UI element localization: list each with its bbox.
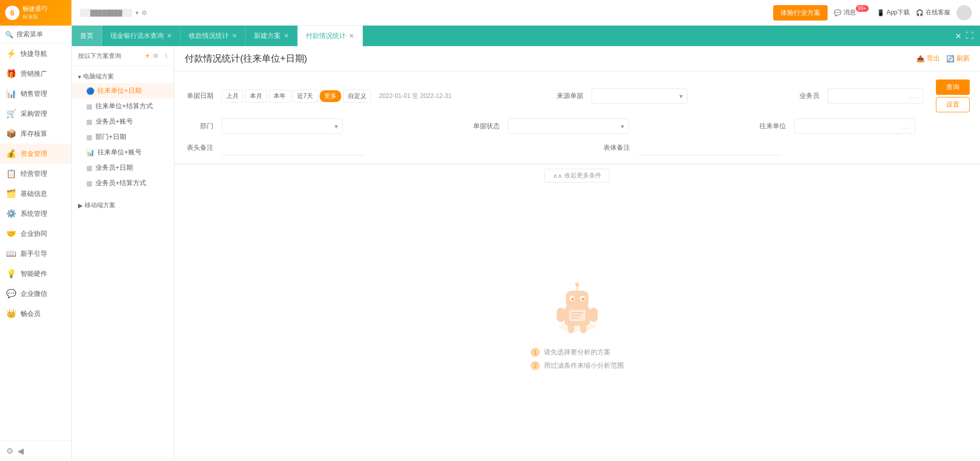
settings-topbar-icon[interactable]: ⚙ [142,9,147,16]
last-month-btn[interactable]: 上月 [222,90,243,103]
current-month-btn[interactable]: 本月 [245,90,267,103]
tab-receipt-stats-close[interactable]: ✕ [232,32,237,39]
add-scheme-btn[interactable]: + [145,51,150,61]
quick-nav-label: 快捷导航 [21,49,47,58]
operation-icon: 📋 [6,169,16,178]
dept-select[interactable]: ▾ [222,118,343,134]
body-note-input[interactable] [638,140,782,155]
voucher-status-select[interactable]: ▾ [508,118,629,134]
partner-account-label: 往来单位+账号 [97,148,142,157]
search-menu[interactable]: 🔍 搜索菜单 [0,26,71,44]
staff-dots[interactable]: ... [909,91,919,101]
date-range-text: 2022-01-01 至 2022-12-31 [379,92,452,101]
sidebar-item-enterprise[interactable]: 🤝 企业协同 [0,224,71,244]
tab-bank-flow-close[interactable]: ✕ [167,32,172,39]
logo-icon: 6 [5,6,19,20]
tab-payment-stats-close[interactable]: ✕ [349,32,354,39]
tab-bank-flow[interactable]: 现金银行流水查询 ✕ [102,26,181,46]
dept-date-label: 部门+日期 [95,132,126,142]
app-download-btn[interactable]: 📱 App下载 [877,8,910,17]
page-title: 付款情况统计(往来单位+日期) [185,52,307,65]
tip-1-text: 请先选择要分析的方案 [544,348,611,357]
desktop-group-label: 电脑端方案 [83,72,114,81]
avatar[interactable] [956,5,972,21]
current-year-btn[interactable]: 本年 [269,90,290,103]
export-btn[interactable]: 📤 导出 [916,54,940,63]
collapse-sidebar-icon[interactable]: ◀ [17,446,24,456]
svg-point-8 [575,283,579,287]
sidebar-item-inventory[interactable]: 📦 库存核算 [0,124,71,144]
sidebar-item-wechat[interactable]: 💬 企业微信 [0,284,71,304]
sidebar-item-sales[interactable]: 📊 销售管理 [0,84,71,104]
sidebar-item-guide[interactable]: 📖 新手引导 [0,244,71,264]
custom-date-btn[interactable]: 自定义 [343,90,371,103]
sidebar-item-hardware[interactable]: 💡 智能硬件 [0,264,71,284]
tab-expand-icon[interactable]: ⛶ [966,31,974,41]
basic-icon: 🗂️ [6,189,16,198]
desktop-group-title[interactable]: ▾ 电脑端方案 [72,70,174,83]
chevron-down-icon[interactable]: ▾ [135,9,139,16]
tab-new-scheme[interactable]: 新建方案 ✕ [246,26,298,46]
scheme-item-partner-account[interactable]: 📊 往来单位+账号 [72,145,174,160]
topbar: ████████ ▾ ⚙ 体验行业方案 💬 消息 99+ 📱 App下载 🎧 在… [72,0,980,26]
scheme-item-staff-date[interactable]: ▦ 业务员+日期 [72,160,174,175]
scheme-item-staff-settlement[interactable]: ▦ 业务员+结算方式 [72,175,174,191]
purchase-label: 采购管理 [21,109,47,118]
breadcrumb: ████████ ▾ ⚙ [80,9,767,17]
sidebar-item-capital[interactable]: 💰 资金管理 [0,144,71,164]
tab-close-all-icon[interactable]: ✕ [955,31,962,41]
scheme-item-staff-account[interactable]: ▦ 业务员+账号 [72,114,174,129]
staff-settlement-label: 业务员+结算方式 [95,178,146,188]
mobile-group-title[interactable]: ▶ 移动端方案 [72,199,174,212]
hardware-icon: 💡 [6,269,16,278]
sidebar-item-marketing[interactable]: 🎁 营销推广 [0,64,71,84]
tip-1-number: 1 [531,348,540,357]
desktop-group-arrow: ▾ [78,73,81,81]
partner-select[interactable]: ... [794,118,915,134]
sidebar-item-basic[interactable]: 🗂️ 基础信息 [0,184,71,204]
message-icon: 💬 [834,9,841,16]
tab-receipt-stats[interactable]: 收款情况统计 ✕ [181,26,246,46]
wechat-icon: 💬 [6,289,16,298]
inventory-icon: 📦 [6,129,16,138]
sidebar-item-member[interactable]: 👑 畅会员 [0,304,71,324]
enterprise-icon: 🤝 [6,229,16,238]
tab-controls: ✕ ⛶ [949,26,980,46]
filter-settings-button[interactable]: 设置 [936,97,970,112]
tab-payment-stats[interactable]: 付款情况统计 ✕ [298,26,363,46]
scheme-collapse-btn[interactable]: 《 [162,52,168,61]
empty-state: 1 请先选择要分析的方案 2 用过滤条件来缩小分析范围 [174,187,980,461]
scheme-item-dept-date[interactable]: ▦ 部门+日期 [72,129,174,145]
tab-bank-flow-label: 现金银行流水查询 [110,31,164,41]
tab-home[interactable]: 首页 [72,26,102,46]
refresh-btn[interactable]: 🔄 刷新 [946,54,970,63]
scheme-item-partner-settlement[interactable]: ▦ 往来单位+结算方式 [72,98,174,114]
online-support-btn[interactable]: 🎧 在线客服 [916,8,950,17]
partner-dots[interactable]: ... [901,122,911,131]
filter-row-1: 单据日期 上月 本月 本年 近7天 更多 自定义 2022-01-01 至 20… [185,79,970,112]
trial-button[interactable]: 体验行业方案 [773,5,828,21]
staff-select[interactable]: ... [828,88,924,104]
collapse-conditions-btn[interactable]: ∧∧ 收起更多条件 [544,169,610,183]
staff-date-label: 业务员+日期 [95,163,133,172]
scheme-settings-btn[interactable]: ⚙ [153,52,159,59]
tab-new-scheme-close[interactable]: ✕ [284,32,289,39]
partner-date-icon: 🔵 [86,87,94,95]
source-voucher-select[interactable]: ▾ [592,88,688,104]
more-dates-btn[interactable]: 更多 [320,90,341,102]
sidebar-item-operation[interactable]: 📋 经营管理 [0,164,71,184]
header-note-input[interactable] [222,140,365,155]
tab-payment-stats-label: 付款情况统计 [306,31,346,41]
partner-label: 往来单位 [757,122,786,131]
source-voucher-arrow: ▾ [679,92,683,100]
last-7days-btn[interactable]: 近7天 [292,90,318,103]
sidebar-item-system[interactable]: ⚙️ 系统管理 [0,204,71,224]
query-button[interactable]: 查询 [936,79,970,95]
sidebar-item-quick-nav[interactable]: ⚡ 快捷导航 [0,44,71,64]
scheme-item-partner-date[interactable]: 🔵 往来单位+日期 [72,83,174,98]
mobile-group-arrow: ▶ [78,202,83,209]
sidebar-item-purchase[interactable]: 🛒 采购管理 [0,104,71,124]
messages-btn[interactable]: 💬 消息 99+ [834,8,871,17]
settings-bottom-icon[interactable]: ⚙ [6,446,13,456]
basic-label: 基础信息 [21,189,47,198]
